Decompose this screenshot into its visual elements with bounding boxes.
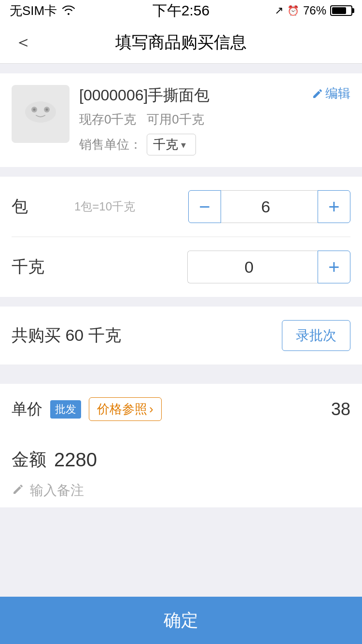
product-unit-row: 销售单位： 千克 ▾ [79, 134, 350, 155]
bao-quantity-control: − + [188, 190, 350, 223]
location-icon: ↗ [275, 4, 283, 17]
confirm-button-text: 确定 [164, 609, 198, 632]
price-tag-batch: 批发 [50, 400, 81, 419]
divider-1 [0, 167, 362, 177]
wifi-signal [62, 3, 75, 18]
chevron-down-icon: ▾ [181, 139, 186, 151]
product-stock: 现存0千克 可用0千克 [79, 111, 350, 128]
product-card: [0000006]手撕面包 编辑 现存0千克 可用0千克 销售单位： 千克 ▾ [0, 73, 362, 167]
price-label: 单价 [12, 399, 42, 420]
battery-icon [330, 5, 352, 16]
unit-label: 销售单位： [79, 136, 142, 153]
remark-row[interactable]: 输入备注 [12, 481, 350, 500]
kg-quantity-control: + [187, 251, 350, 283]
bao-quantity-input[interactable] [221, 190, 318, 223]
page-title: 填写商品购买信息 [115, 31, 247, 54]
bao-increment-button[interactable]: + [318, 190, 350, 223]
bao-sublabel: 1包=10千克 [74, 199, 135, 214]
status-bar: 无SIM卡 下午2:56 ↗ ⏰ 76% [0, 0, 362, 21]
product-info: [0000006]手撕面包 编辑 现存0千克 可用0千克 销售单位： 千克 ▾ [79, 85, 350, 155]
svg-point-3 [33, 108, 36, 111]
divider-2 [0, 364, 362, 374]
kg-quantity-input[interactable] [187, 251, 318, 283]
battery-percent: 76% [303, 4, 326, 17]
amount-section: 金额 2280 输入备注 [0, 434, 362, 507]
no-sim-label: 无SIM卡 [10, 2, 57, 19]
batch-button[interactable]: 录批次 [282, 320, 350, 351]
edit-button[interactable]: 编辑 [312, 85, 350, 102]
product-header: [0000006]手撕面包 编辑 [79, 85, 350, 106]
amount-label: 金额 [12, 448, 46, 472]
kg-input-row: 千克 + [12, 237, 350, 297]
pencil-icon [12, 482, 25, 499]
unit-dropdown[interactable]: 千克 ▾ [147, 134, 196, 155]
bao-decrement-button[interactable]: − [188, 190, 221, 223]
input-section: 包 1包=10千克 − + 千克 + [0, 177, 362, 297]
total-section: 共购买 60 千克 录批次 [0, 307, 362, 364]
kg-label: 千克 [12, 256, 70, 278]
svg-point-4 [46, 108, 48, 111]
status-bar-left: 无SIM卡 [10, 2, 75, 19]
product-name: [0000006]手撕面包 [79, 85, 209, 106]
nav-bar: ＜ 填写商品购买信息 [0, 21, 362, 64]
price-section: 单价 批发 价格参照 › 38 [0, 384, 362, 434]
product-logo [24, 100, 57, 128]
alarm-icon: ⏰ [287, 5, 299, 16]
status-bar-time: 下午2:56 [153, 1, 209, 21]
status-bar-right: ↗ ⏰ 76% [275, 4, 352, 17]
total-label: 共购买 60 千克 [12, 324, 121, 347]
bao-label: 包 [12, 196, 70, 218]
price-reference-button[interactable]: 价格参照 › [89, 397, 162, 421]
chevron-right-icon: › [149, 402, 153, 417]
product-image [12, 85, 70, 143]
total-amount: 60 [65, 326, 84, 344]
bao-input-row: 包 1包=10千克 − + [12, 177, 350, 237]
back-button[interactable]: ＜ [10, 26, 37, 59]
amount-row: 金额 2280 [12, 448, 350, 472]
svg-point-0 [25, 101, 56, 123]
remark-placeholder: 输入备注 [30, 481, 84, 500]
unit-value: 千克 [153, 136, 178, 153]
price-value: 38 [331, 399, 350, 420]
confirm-bar[interactable]: 确定 [0, 597, 362, 644]
kg-increment-button[interactable]: + [318, 251, 350, 283]
amount-value: 2280 [54, 449, 97, 471]
